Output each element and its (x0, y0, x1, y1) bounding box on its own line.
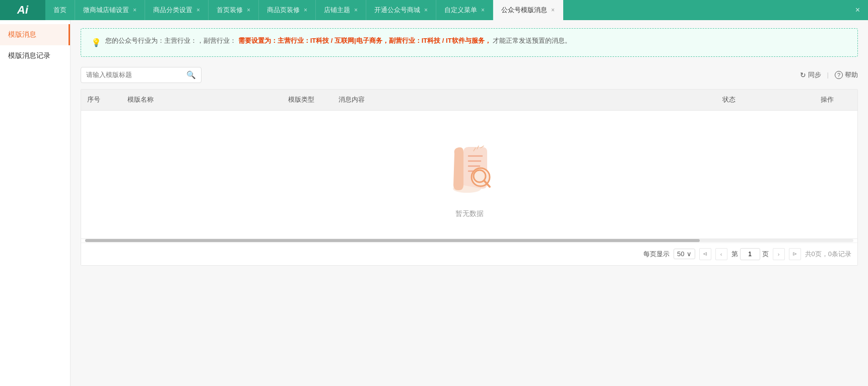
col-action: 操作 (797, 95, 857, 104)
sidebar-item-template-msg-log[interactable]: 模版消息记录 (0, 45, 70, 66)
close-tab-category-settings[interactable]: × (196, 7, 200, 13)
search-row: 🔍 ↻ 同步 | ? 帮助 (81, 67, 858, 83)
close-tab-home-decor[interactable]: × (247, 7, 250, 13)
notice-box: 💡 您的公众号行业为：主营行业：，副营行业： 需要设置为：主营行业：IT科技 /… (81, 28, 858, 57)
help-label: 帮助 (845, 70, 858, 80)
page-di-label: 第 (731, 250, 738, 259)
total-info: 共0页，0条记录 (805, 250, 851, 259)
next-page-button[interactable]: › (773, 248, 785, 260)
page-size-label: 每页显示 (643, 250, 670, 259)
nav-tabs: 首页微商城店铺设置×商品分类设置×首页装修×商品页装修×店铺主题×开通公众号商城… (45, 0, 847, 20)
top-nav: Ai 首页微商城店铺设置×商品分类设置×首页装修×商品页装修×店铺主题×开通公众… (0, 0, 868, 20)
notice-suffix: 才能正常发送预置的消息。 (493, 37, 571, 44)
first-page-button[interactable]: ⊲ (699, 248, 711, 260)
page-size-select[interactable]: 50 ∨ (674, 249, 695, 259)
current-page-input[interactable] (740, 248, 760, 260)
page-input-group: 第 页 (731, 248, 769, 260)
nav-tab-shop-theme[interactable]: 店铺主题× (316, 0, 366, 20)
main-layout: 模版消息模版消息记录 💡 您的公众号行业为：主营行业：，副营行业： 需要设置为：… (0, 20, 868, 386)
empty-state: 暂无数据 (81, 111, 857, 239)
main-content: 💡 您的公众号行业为：主营行业：，副营行业： 需要设置为：主营行业：IT科技 /… (71, 20, 868, 386)
empty-illustration (439, 141, 500, 201)
notice-icon: 💡 (91, 36, 101, 49)
close-tab-shop-settings[interactable]: × (133, 7, 137, 13)
sync-icon: ↻ (800, 71, 806, 79)
close-tab-template-msg[interactable]: × (551, 7, 555, 13)
nav-tab-shop-settings[interactable]: 微商城店铺设置× (75, 0, 145, 20)
empty-text: 暂无数据 (455, 209, 484, 218)
pagination: 每页显示 50 ∨ ⊲ ‹ 第 页 › ⊳ 共0页，0条记录 (81, 243, 857, 265)
app-logo: Ai (0, 0, 45, 20)
search-input-wrap[interactable]: 🔍 (81, 67, 202, 83)
close-tab-shop-theme[interactable]: × (354, 7, 358, 13)
col-name: 模版名称 (121, 95, 282, 104)
col-content: 消息内容 (332, 95, 716, 104)
close-tab-open-mall[interactable]: × (424, 7, 428, 13)
sidebar-item-template-msg[interactable]: 模版消息 (0, 24, 70, 45)
horizontal-scrollbar[interactable] (81, 239, 857, 243)
scroll-thumb (85, 239, 700, 242)
nav-tab-category-settings[interactable]: 商品分类设置× (145, 0, 209, 20)
prev-page-button[interactable]: ‹ (715, 248, 727, 260)
sidebar-menu: 模版消息模版消息记录 (0, 24, 70, 66)
nav-tab-product-decor[interactable]: 商品页装修× (259, 0, 316, 20)
sync-button[interactable]: ↻ 同步 (800, 70, 821, 80)
last-page-button[interactable]: ⊳ (789, 248, 801, 260)
nav-tab-template-msg[interactable]: 公众号模版消息× (493, 0, 563, 20)
search-icon[interactable]: 🔍 (186, 70, 196, 80)
table-header: 序号 模版名称 模版类型 消息内容 状态 操作 (81, 90, 857, 111)
logo-text: Ai (17, 4, 28, 17)
divider: | (827, 71, 829, 79)
col-type: 模版类型 (282, 95, 332, 104)
search-input[interactable] (86, 71, 186, 79)
nav-tab-open-mall[interactable]: 开通公众号商城× (366, 0, 436, 20)
close-tab-product-decor[interactable]: × (304, 7, 307, 13)
page-unit-label: 页 (762, 250, 769, 259)
help-icon: ? (835, 71, 843, 79)
nav-tab-home-decor[interactable]: 首页装修× (209, 0, 259, 20)
close-tab-custom-menu[interactable]: × (481, 7, 485, 13)
notice-text: 您的公众号行业为：主营行业：，副营行业： 需要设置为：主营行业：IT科技 / 互… (105, 36, 571, 46)
toolbar-right: ↻ 同步 | ? 帮助 (800, 70, 858, 80)
chevron-down-icon: ∨ (687, 250, 692, 258)
nav-tab-custom-menu[interactable]: 自定义菜单× (436, 0, 493, 20)
close-all-button[interactable]: × (847, 6, 868, 15)
data-table: 序号 模版名称 模版类型 消息内容 状态 操作 (81, 89, 858, 266)
scroll-track (85, 239, 853, 242)
col-seq: 序号 (81, 95, 121, 104)
nav-tab-home[interactable]: 首页 (45, 0, 75, 20)
help-button[interactable]: ? 帮助 (835, 70, 858, 80)
col-status: 状态 (716, 95, 797, 104)
page-size-value: 50 (677, 250, 684, 258)
sidebar: 模版消息模版消息记录 (0, 20, 71, 386)
notice-prefix: 您的公众号行业为：主营行业：，副营行业： (105, 37, 236, 44)
notice-highlight: 需要设置为：主营行业：IT科技 / 互联网|电子商务，副营行业：IT科技 / I… (238, 37, 491, 44)
sync-label: 同步 (808, 70, 821, 80)
